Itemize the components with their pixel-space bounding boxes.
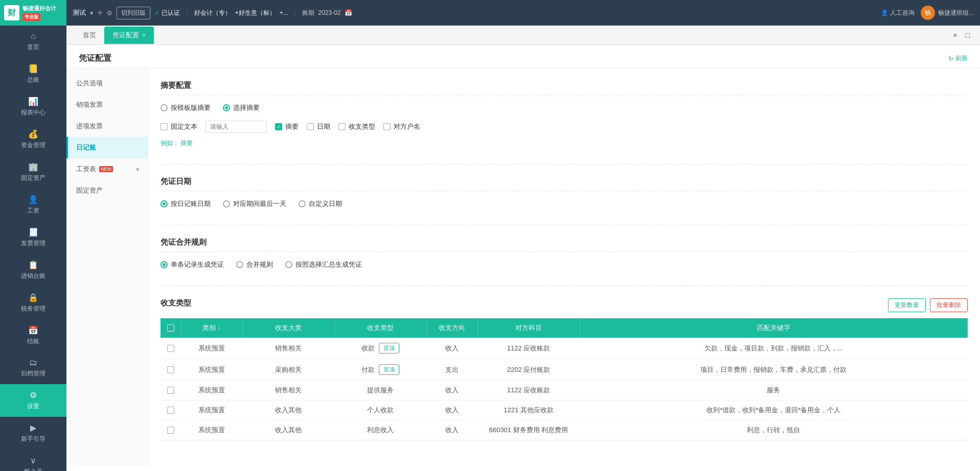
sidebar-item-settings[interactable]: ⚙ 设置 bbox=[0, 384, 66, 417]
sidebar-item-invoice[interactable]: 🧾 发票管理 bbox=[0, 221, 66, 254]
product-tag2: +好生意（标） bbox=[235, 9, 276, 17]
td-main-type-3: 销售相关 bbox=[242, 381, 334, 401]
certified-label: 已认证 bbox=[162, 9, 180, 17]
topbar: 测试 ▾ + ⚙ 切到旧版 ✓ 已认证 | 好会计（专） +好生意（标） +..… bbox=[66, 0, 980, 26]
radio-template[interactable]: 按模板版摘要 bbox=[161, 103, 211, 112]
radio-custom-date[interactable]: 自定义日期 bbox=[299, 199, 342, 208]
radio-journal-date[interactable]: 按日记账日期 bbox=[161, 199, 211, 208]
merge-section-title: 凭证合并规则 bbox=[161, 238, 968, 252]
switch-version-button[interactable]: 切到旧版 bbox=[117, 7, 150, 19]
left-nav: 公共选项 销项发票 进项发票 日记账 工资表 NEW ▾ bbox=[66, 68, 148, 466]
sidebar-item-tax[interactable]: 🔒 税务管理 bbox=[0, 287, 66, 319]
delete-button[interactable]: 批量删除 bbox=[930, 298, 968, 312]
fixed-text-input[interactable] bbox=[206, 121, 267, 133]
checkbox-date[interactable]: 日期 bbox=[307, 122, 330, 131]
td-direction-5: 收入 bbox=[426, 420, 477, 440]
row-checkbox-4[interactable] bbox=[167, 407, 174, 414]
app-logo: 财 畅捷通好会计 专业版 bbox=[0, 0, 66, 26]
merge-radio-group: 单条记录生成凭证 合并规则 按照选择汇总生成凭证 bbox=[161, 260, 968, 269]
sidebar-item-reports[interactable]: 📊 报表中心 bbox=[0, 90, 66, 123]
service-button[interactable]: 👤 人工咨询 bbox=[881, 9, 915, 17]
table-body: 系统预置 销售相关 收款 置顶 收入 112 bbox=[161, 338, 968, 440]
logo-icon: 财 bbox=[4, 5, 19, 20]
radio-circle-template bbox=[161, 104, 168, 111]
topbar-title: 测试 bbox=[73, 8, 86, 17]
sidebar-item-label: 进销台账 bbox=[21, 272, 45, 280]
summary-section: 摘要配置 按模板版摘要 选择摘要 bbox=[161, 81, 968, 148]
row-checkbox-1[interactable] bbox=[167, 345, 174, 352]
nav-item-journal[interactable]: 日记账 bbox=[66, 137, 148, 158]
th-main-type: 收支大类 bbox=[242, 318, 334, 338]
invoice-icon: 🧾 bbox=[28, 227, 38, 237]
nav-item-fixed-assets[interactable]: 固定资产 bbox=[66, 180, 148, 201]
row-checkbox-3[interactable] bbox=[167, 387, 174, 394]
header-checkbox[interactable] bbox=[167, 324, 174, 332]
td-direction-4: 收入 bbox=[426, 401, 477, 420]
window-maximize-icon[interactable]: □ bbox=[964, 29, 972, 41]
radio-summary-gen[interactable]: 按照选择汇总生成凭证 bbox=[285, 260, 362, 269]
avatar: 畅 bbox=[921, 6, 935, 20]
checkbox-summary[interactable]: ✓ 摘要 bbox=[275, 122, 299, 131]
checkbox-type[interactable]: 收支类型 bbox=[338, 122, 375, 131]
nav-item-purchase-invoice[interactable]: 进项发票 bbox=[66, 115, 148, 137]
home-icon: ⌂ bbox=[31, 32, 36, 41]
td-checkbox-1 bbox=[161, 338, 181, 359]
reset-btn-2[interactable]: 置顶 bbox=[379, 364, 399, 375]
td-account-4: 1221 其他应收款 bbox=[477, 401, 580, 420]
tab-home[interactable]: 首页 bbox=[75, 27, 104, 44]
checkbox-fixed-text[interactable]: 固定文本 bbox=[161, 122, 197, 131]
sidebar-item-capital[interactable]: 💰 资金管理 bbox=[0, 123, 66, 156]
td-direction-3: 收入 bbox=[426, 381, 477, 401]
sidebar-item-home[interactable]: ⌂ 首页 bbox=[0, 26, 66, 58]
sidebar-item-ledger[interactable]: 📒 总账 bbox=[0, 58, 66, 90]
tab-voucher-config[interactable]: 凭证配置 × bbox=[104, 27, 154, 44]
dropdown-icon[interactable]: ▾ bbox=[90, 9, 94, 17]
tab-close-icon[interactable]: × bbox=[142, 32, 146, 39]
row-checkbox-2[interactable] bbox=[167, 366, 174, 373]
refresh-button[interactable]: ↻ 刷新 bbox=[948, 54, 968, 63]
assets-icon: 🏢 bbox=[28, 162, 38, 172]
row-checkbox-5[interactable] bbox=[167, 427, 174, 434]
nav-item-payroll[interactable]: 工资表 NEW ▾ bbox=[66, 158, 148, 180]
sidebar-item-purchase-sales[interactable]: 📋 进销台账 bbox=[0, 254, 66, 287]
update-button[interactable]: 更新数量 bbox=[888, 298, 926, 312]
sidebar-item-guide[interactable]: ▶ 新手引导 bbox=[0, 417, 66, 450]
closing-icon: 📅 bbox=[28, 325, 38, 335]
checkbox-box-type bbox=[338, 123, 346, 130]
th-direction: 收支方向 bbox=[426, 318, 477, 338]
checkbox-counterpart[interactable]: 对方户名 bbox=[383, 122, 420, 131]
guide-icon: ▶ bbox=[30, 423, 36, 433]
checkbox-box-summary: ✓ bbox=[275, 123, 282, 130]
sidebar-item-label: 发票管理 bbox=[21, 239, 45, 248]
member-icon: ∨ bbox=[30, 456, 36, 465]
add-icon[interactable]: + bbox=[98, 8, 102, 17]
reset-btn-1[interactable]: 置顶 bbox=[379, 343, 399, 354]
sidebar-item-member[interactable]: ∨ 畅会员 bbox=[0, 450, 66, 471]
user-menu[interactable]: 畅 畅捷通班组... bbox=[921, 6, 974, 20]
radio-single[interactable]: 单条记录生成凭证 bbox=[161, 260, 224, 269]
td-account-5: 660301 财务费用 利息费用 bbox=[477, 420, 580, 440]
table-row: 系统预置 销售相关 收款 置顶 收入 112 bbox=[161, 338, 968, 359]
radio-select[interactable]: 选择摘要 bbox=[223, 103, 260, 112]
td-category-2: 系统预置 bbox=[181, 359, 242, 381]
radio-merge[interactable]: 合并规则 bbox=[236, 260, 273, 269]
sidebar-item-payroll[interactable]: 👤 工资 bbox=[0, 189, 66, 221]
window-close-icon[interactable]: × bbox=[951, 29, 959, 41]
page-title: 凭证配置 bbox=[79, 53, 111, 64]
sidebar-item-closing[interactable]: 📅 结账 bbox=[0, 319, 66, 352]
payment-section: 收支类型 更新数量 批量删除 bbox=[161, 298, 968, 440]
sidebar-item-archive[interactable]: 🗂 归档管理 bbox=[0, 352, 66, 384]
date-radio-group: 按日记账日期 对应期间最后一天 自定义日期 bbox=[161, 199, 968, 208]
nav-item-sales-invoice[interactable]: 销项发票 bbox=[66, 94, 148, 115]
topbar-gear-icon[interactable]: ⚙ bbox=[106, 9, 112, 17]
sidebar-item-label: 资金管理 bbox=[21, 141, 45, 150]
example-text: 例如： 摘要 bbox=[161, 139, 968, 148]
nav-item-public[interactable]: 公共选项 bbox=[66, 73, 148, 94]
td-payment-type-4: 个人收款 bbox=[334, 401, 426, 420]
radio-period-last[interactable]: 对应期间最后一天 bbox=[223, 199, 286, 208]
settings-icon: ⚙ bbox=[30, 390, 37, 400]
sidebar-item-label: 工资 bbox=[27, 206, 39, 215]
td-main-type-1: 销售相关 bbox=[242, 338, 334, 359]
sidebar-item-assets[interactable]: 🏢 固定资产 bbox=[0, 156, 66, 189]
certified-tag: ✓ 已认证 bbox=[154, 9, 180, 17]
